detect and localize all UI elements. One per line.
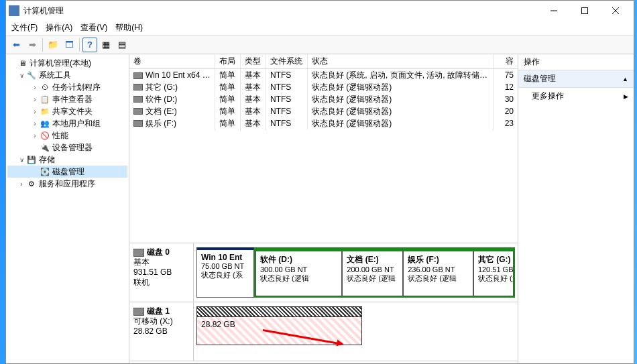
volume-row[interactable]: 娱乐 (F:)简单基本NTFS状态良好 (逻辑驱动器)23 — [129, 117, 518, 129]
volume-name: 其它 (G:) — [146, 82, 178, 92]
disk-0-partitions: Win 10 Ent 75.00 GB NT 状态良好 (系 软件 (D:) 3… — [194, 243, 518, 302]
part-name: 文档 (E:) — [347, 254, 398, 265]
partition-x[interactable]: 28.82 GB — [196, 317, 362, 345]
volume-name: 软件 (D:) — [146, 95, 177, 104]
col-volume[interactable]: 卷 — [129, 54, 215, 68]
part-status: 状态良好 (逻辑 — [478, 274, 509, 284]
tree-root[interactable]: 🖥计算机管理(本地) — [7, 57, 127, 69]
tree-performance[interactable]: ›🚫性能 — [7, 129, 127, 141]
disk-0-label: 磁盘 0 — [147, 247, 170, 257]
col-layout[interactable]: 布局 — [215, 54, 241, 68]
app-icon — [9, 5, 19, 16]
volume-row[interactable]: 软件 (D:)简单基本NTFS状态良好 (逻辑驱动器)30 — [129, 93, 518, 105]
window-controls — [538, 1, 631, 20]
col-status[interactable]: 状态 — [308, 54, 494, 68]
volume-name: 娱乐 (F:) — [146, 119, 176, 128]
tree-system-tools[interactable]: ∨🔧系统工具 — [7, 69, 127, 81]
close-button[interactable] — [600, 1, 631, 20]
part-name: 软件 (D:) — [260, 254, 337, 265]
tree-disk-management[interactable]: 💽磁盘管理 — [7, 166, 127, 178]
tree-event-viewer[interactable]: ›📋事件查看器 — [7, 93, 127, 105]
part-size: 120.51 GB NT — [478, 265, 509, 274]
toolbar: ⬅ ➡ 📁 🗖 ? ▦ ▤ — [6, 36, 634, 54]
volume-header: 卷 布局 类型 文件系统 状态 容 — [129, 54, 518, 69]
partition-c[interactable]: Win 10 Ent 75.00 GB NT 状态良好 (系 — [196, 247, 254, 298]
volume-capacity: 20 — [494, 105, 518, 117]
volume-fs: NTFS — [266, 81, 308, 93]
maximize-button[interactable] — [569, 1, 600, 20]
volume-row[interactable]: 其它 (G:)简单基本NTFS状态良好 (逻辑驱动器)12 — [129, 81, 518, 93]
disk-icon — [133, 308, 144, 316]
disk-row-0: 磁盘 0 基本 931.51 GB 联机 Win 10 Ent 75.00 GB… — [129, 243, 518, 302]
tree-device-manager[interactable]: 🔌设备管理器 — [7, 141, 127, 154]
volume-type: 基本 — [241, 117, 266, 131]
col-type[interactable]: 类型 — [241, 54, 266, 68]
disk-icon — [133, 249, 144, 257]
tree-label: 性能 — [52, 130, 68, 141]
tree-label: 任务计划程序 — [52, 82, 101, 93]
window-title: 计算机管理 — [23, 5, 538, 17]
properties-button[interactable]: 🗖 — [62, 38, 76, 52]
tree-storage[interactable]: ∨💾存储 — [7, 154, 127, 166]
disk-0-size: 931.51 GB — [133, 267, 189, 278]
part-size: 236.00 GB NT — [408, 265, 469, 274]
menu-view[interactable]: 查看(V) — [80, 22, 107, 34]
view-button[interactable]: ▦ — [99, 38, 113, 52]
minimize-button[interactable] — [538, 1, 569, 20]
menu-action[interactable]: 操作(A) — [46, 22, 72, 34]
actions-header: 操作 — [518, 54, 634, 70]
volume-row[interactable]: Win 10 Ent x64 (C:)简单基本NTFS状态良好 (系统, 启动,… — [129, 69, 518, 81]
graphical-view: 磁盘 0 基本 931.51 GB 联机 Win 10 Ent 75.00 GB… — [129, 243, 518, 363]
menu-file[interactable]: 文件(F) — [11, 22, 38, 34]
tree-shared-folders[interactable]: ›📁共享文件夹 — [7, 105, 127, 117]
partition-d[interactable]: 软件 (D:) 300.00 GB NT 状态良好 (逻辑 — [255, 249, 342, 296]
disk-1-partitions: 28.82 GB — [194, 302, 518, 361]
part-size: 200.00 GB NT — [347, 265, 398, 274]
nav-tree: 🖥计算机管理(本地) ∨🔧系统工具 ›⏲任务计划程序 ›📋事件查看器 ›📁共享文… — [6, 54, 129, 363]
part-size: 75.00 GB NT — [201, 262, 249, 270]
actions-pane: 操作 磁盘管理 ▲ 更多操作 ▶ — [518, 54, 634, 363]
tree-local-users[interactable]: ›👥本地用户和组 — [7, 117, 127, 129]
collapse-icon: ▲ — [622, 76, 628, 82]
tree-label: 计算机管理(本地) — [30, 58, 91, 69]
tree-task-scheduler[interactable]: ›⏲任务计划程序 — [7, 81, 127, 93]
volume-capacity: 30 — [494, 93, 518, 105]
back-button[interactable]: ⬅ — [9, 38, 23, 52]
part-name: 其它 (G:) — [478, 254, 509, 265]
volume-icon — [133, 108, 143, 115]
titlebar: 计算机管理 — [6, 1, 634, 21]
part-name: 娱乐 (F:) — [408, 254, 469, 265]
disk-1-info[interactable]: 磁盘 1 可移动 (X:) 28.82 GB — [129, 302, 194, 361]
tree-label: 服务和应用程序 — [39, 178, 95, 190]
volume-fs: NTFS — [266, 93, 308, 105]
disk-row-1: 磁盘 1 可移动 (X:) 28.82 GB 28.82 GB — [129, 302, 518, 361]
expand-icon: ▶ — [624, 93, 628, 100]
col-filesystem[interactable]: 文件系统 — [266, 54, 308, 68]
list-button[interactable]: ▤ — [115, 38, 129, 52]
forward-button[interactable]: ➡ — [25, 38, 40, 52]
disk-0-info[interactable]: 磁盘 0 基本 931.51 GB 联机 — [129, 243, 194, 302]
tree-label: 共享文件夹 — [52, 106, 93, 117]
part-size: 28.82 GB — [201, 320, 357, 329]
volume-list: 卷 布局 类型 文件系统 状态 容 Win 10 Ent x64 (C:)简单基… — [129, 54, 518, 243]
actions-more[interactable]: 更多操作 ▶ — [518, 88, 634, 105]
actions-section-disk-mgmt[interactable]: 磁盘管理 ▲ — [518, 70, 634, 88]
menu-help[interactable]: 帮助(H) — [115, 22, 143, 34]
help-button[interactable]: ? — [82, 38, 97, 52]
volume-row[interactable]: 文档 (E:)简单基本NTFS状态良好 (逻辑驱动器)20 — [129, 105, 518, 117]
volume-fs: NTFS — [266, 69, 308, 81]
actions-section-label: 磁盘管理 — [524, 73, 556, 84]
disk-1-header-bar — [196, 306, 362, 317]
volume-status: 状态良好 (逻辑驱动器) — [308, 117, 494, 131]
partition-g[interactable]: 其它 (G:) 120.51 GB NT 状态良好 (逻辑 — [473, 249, 514, 296]
disk-0-type: 基本 — [133, 257, 189, 267]
svg-rect-1 — [582, 8, 588, 14]
volume-icon — [133, 72, 143, 79]
partition-f[interactable]: 娱乐 (F:) 236.00 GB NT 状态良好 (逻辑 — [403, 249, 473, 296]
disk-1-size: 28.82 GB — [133, 326, 189, 337]
partition-e[interactable]: 文档 (E:) 200.00 GB NT 状态良好 (逻辑 — [342, 249, 403, 296]
app-window: 计算机管理 文件(F) 操作(A) 查看(V) 帮助(H) ⬅ ➡ 📁 🗖 ? … — [5, 0, 634, 364]
up-button[interactable]: 📁 — [46, 38, 60, 52]
tree-services-apps[interactable]: ›⚙服务和应用程序 — [7, 178, 127, 190]
col-capacity[interactable]: 容 — [494, 54, 518, 68]
